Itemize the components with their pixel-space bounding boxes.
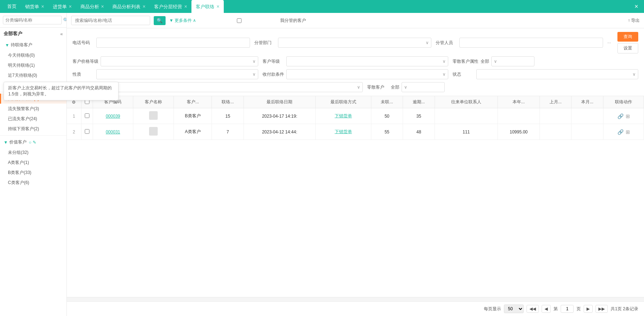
all-customers-title[interactable]: 全部客户 « — [0, 28, 66, 40]
sidebar-collapse-icon: « — [60, 31, 63, 37]
value-customer-group[interactable]: ▼ 价值客户 ○ ✎ — [0, 137, 66, 147]
filter-payment-label: 收付款条件 — [263, 71, 284, 77]
filter-dept-label: 分管部门 — [254, 40, 276, 46]
row-2-last-method[interactable]: 下销货单 — [315, 124, 371, 140]
row-2-grid-icon[interactable]: ⊞ — [626, 129, 630, 135]
filter-status-select[interactable]: ∨ — [476, 69, 638, 79]
search-bar: 🔍 ▼ 更多条件 ∧ 我分管的客户 ↑ 导出 — [67, 13, 644, 28]
nav-close-customer-tier[interactable]: × — [184, 4, 187, 9]
nav-item-product-analysis[interactable]: 商品分析 × — [76, 0, 108, 13]
query-button[interactable]: 查询 — [617, 32, 638, 42]
filter-phone-input[interactable] — [96, 38, 250, 48]
row-1-overdue: 35 — [403, 108, 435, 124]
page-label: 第 — [553, 306, 558, 312]
sidebar-item-7days[interactable]: 近7天待联络(0) — [0, 70, 66, 80]
category-search-icon[interactable]: 🔍 — [63, 18, 67, 23]
row-2-method-link[interactable]: 下销货单 — [335, 129, 352, 134]
row-1-code-link[interactable]: 000039 — [106, 114, 120, 119]
nav-item-product-analysis-list[interactable]: 商品分析列表 × — [108, 0, 150, 13]
sidebar-item-class-a[interactable]: A类客户(1) — [0, 157, 66, 168]
row-2-checkbox[interactable] — [81, 124, 93, 140]
search-input[interactable] — [71, 16, 150, 25]
per-page-label: 每页显示 — [484, 306, 501, 312]
nav-close-product-analysis[interactable]: × — [101, 4, 104, 9]
filter-retail-attr-select[interactable]: ∨ — [491, 56, 534, 66]
nav-close-product-analysis-list[interactable]: × — [143, 4, 145, 9]
filter-retail-customer-select[interactable]: ∨ — [402, 82, 445, 92]
per-page-select[interactable]: 50 100 200 — [504, 305, 524, 313]
nav-item-sales[interactable]: 销货单 × — [21, 0, 48, 13]
filter-action-buttons: 查询 设置 — [617, 32, 638, 53]
table-row: 1 000039 B类客户 15 2023-04-17 14:19: 下销货单 … — [67, 108, 644, 124]
export-button[interactable]: ↑ 导出 — [628, 18, 640, 24]
nav-close-sales[interactable]: × — [41, 4, 44, 9]
filter-person-label: 分管人员 — [436, 40, 457, 46]
row-2-avatar — [149, 127, 158, 136]
nav-item-customer-tier[interactable]: 客户分层经营 × — [150, 0, 191, 13]
row-2-select[interactable] — [85, 129, 89, 134]
row-1-code[interactable]: 000039 — [93, 108, 133, 124]
filter-customer-level-select[interactable]: ∨ — [286, 56, 448, 66]
nav-close-purchase[interactable]: × — [69, 4, 71, 9]
value-group-label: 价值客户 — [9, 139, 27, 145]
nav-item-purchase[interactable]: 进货单 × — [48, 0, 76, 13]
nav-item-home[interactable]: 首页 — [3, 0, 21, 13]
last-page-button[interactable]: ▶▶ — [596, 305, 608, 313]
row-1-actions: 🔗 ⊞ — [603, 108, 644, 124]
filter-customer-type-select[interactable]: ∨ — [115, 82, 363, 92]
row-1-last-method[interactable]: 下销货单 — [315, 108, 371, 124]
row-1-link-icon[interactable]: 🔗 — [617, 113, 624, 119]
filter-person-dots[interactable]: ··· — [605, 40, 613, 45]
settings-button[interactable]: 设置 — [617, 43, 638, 53]
filter-price-level-select[interactable]: ∨ — [101, 56, 258, 66]
value-group-edit-icon[interactable]: ✎ — [33, 140, 36, 145]
sidebar-item-today[interactable]: 今天待联络(0) — [0, 50, 66, 60]
my-customers-checkbox-label[interactable]: 我分管的客户 — [200, 18, 306, 24]
nav-item-customer-contact[interactable]: 客户联络 × — [191, 0, 224, 13]
filter-dept-select[interactable]: ∨ — [278, 38, 432, 48]
page-of-label: 页 — [576, 306, 581, 312]
sidebar-item-class-c[interactable]: C类客户(6) — [0, 178, 66, 188]
window-close-button[interactable]: × — [631, 3, 641, 10]
sidebar-item-churned[interactable]: 已流失客户(24) — [0, 114, 66, 124]
prev-page-button[interactable]: ◀ — [542, 305, 551, 313]
first-page-button[interactable]: ◀◀ — [527, 305, 539, 313]
row-2-level: A类客户 — [174, 124, 212, 140]
row-2-code-link[interactable]: 000031 — [106, 129, 120, 135]
row-2-last-date: 2023-04-12 14:44: — [244, 124, 315, 140]
filter-person-select[interactable] — [459, 38, 603, 48]
pending-contact-group[interactable]: ▼ 待联络客户 — [0, 40, 66, 50]
more-conditions-button[interactable]: ▼ 更多条件 ∧ — [169, 18, 196, 24]
table-header-this-year: 本年... — [498, 96, 540, 108]
sidebar: 🔍 全部客户 « ▼ 待联络客户 今天待联络(0) 明天待联络(1) 近7天待联… — [0, 13, 67, 316]
nav-close-customer-contact[interactable]: × — [217, 4, 219, 9]
filter-payment-select[interactable]: ∨ — [286, 69, 448, 79]
search-button[interactable]: 🔍 — [154, 16, 166, 25]
filter-panel: 电话号码 分管部门 ∨ 分管人员 ··· — [67, 28, 644, 96]
sidebar-item-ungrouped[interactable]: 未分组(32) — [0, 147, 66, 157]
filter-retail-customer-label: 零散客户 — [367, 84, 389, 90]
my-customers-checkbox[interactable] — [200, 18, 279, 23]
sidebar-item-declining[interactable]: 持续下滑客户(2) — [0, 124, 66, 134]
filter-nature-select[interactable]: ∨ — [96, 69, 258, 79]
row-1-method-link[interactable]: 下销货单 — [335, 113, 352, 118]
row-1-grid-icon[interactable]: ⊞ — [626, 113, 630, 119]
sidebar-search-area: 🔍 — [0, 13, 66, 28]
sidebar-item-churn-warning[interactable]: 流失预警客户(3) — [0, 104, 66, 114]
category-search-input[interactable] — [3, 16, 62, 24]
data-table-container: ⚙ 客户编码 客户名称 客户... 联络... 最后联络日期 最后联络方式 未联… — [67, 96, 644, 297]
next-page-button[interactable]: ▶ — [584, 305, 593, 313]
sidebar-item-class-b[interactable]: B类客户(33) — [0, 168, 66, 178]
page-number-input[interactable] — [561, 305, 574, 313]
total-label: 共1页 2条记录 — [611, 306, 638, 312]
value-group-circle-icon[interactable]: ○ — [29, 140, 31, 145]
row-2-index: 2 — [67, 124, 81, 140]
row-2-code[interactable]: 000031 — [93, 124, 133, 140]
row-1-avatar — [149, 111, 158, 120]
row-1-checkbox[interactable] — [81, 108, 93, 124]
row-1-select[interactable] — [85, 113, 89, 118]
table-header-actions: 联络动作 — [603, 96, 644, 108]
horizontal-scroll[interactable] — [67, 297, 644, 301]
row-2-link-icon[interactable]: 🔗 — [617, 129, 624, 135]
sidebar-item-tomorrow[interactable]: 明天待联络(1) — [0, 60, 66, 70]
